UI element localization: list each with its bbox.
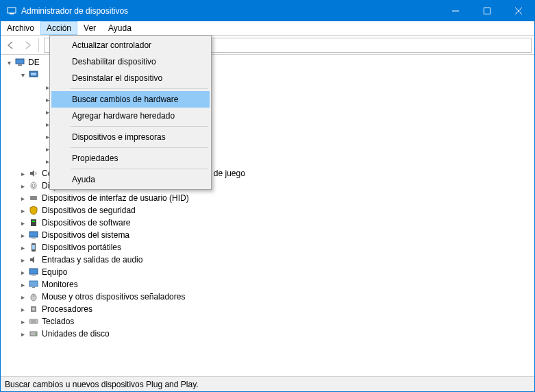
display-adapter-icon	[28, 69, 39, 80]
chevron-right-icon[interactable]: ▸	[17, 316, 28, 327]
chevron-right-icon[interactable]: ▸	[17, 267, 28, 278]
tree-node[interactable]: ▸Dispositivos de software	[17, 217, 534, 229]
tree-label: Procesadores	[42, 304, 92, 314]
dd-agregar-hardware-heredado[interactable]: Agregar hardware heredado	[51, 108, 210, 124]
tree-root-label: DE	[28, 58, 40, 67]
dd-desinstalar-dispositivo[interactable]: Desinstalar el dispositivo	[51, 70, 210, 86]
svg-rect-25	[31, 219, 36, 226]
audio-io-icon	[28, 254, 39, 265]
dropdown-separator	[71, 88, 208, 89]
biometric-icon	[28, 180, 39, 191]
chevron-down-icon[interactable]: ▾	[17, 69, 28, 80]
svg-rect-27	[29, 232, 38, 237]
maximize-button[interactable]	[471, 1, 503, 21]
tree-label: Dispositivos del sistema	[42, 230, 129, 240]
back-button[interactable]	[3, 38, 18, 53]
tree-label: Teclados	[42, 317, 74, 326]
chevron-right-icon[interactable]: ▸	[17, 205, 28, 216]
menu-ayuda[interactable]: Ayuda	[102, 21, 138, 35]
menubar: Archivo Acción Ver Ayuda	[1, 21, 534, 36]
tree-node[interactable]: ▸Equipo	[17, 266, 534, 278]
menu-ver[interactable]: Ver	[77, 21, 102, 35]
dd-actualizar-controlador[interactable]: Actualizar controlador	[51, 37, 210, 53]
chevron-right-icon[interactable]: ▸	[17, 328, 28, 339]
chevron-down-icon[interactable]: ▾	[3, 57, 14, 68]
hid-icon	[28, 193, 39, 204]
svg-rect-24	[30, 196, 37, 200]
status-text: Buscar cambios u nuevos dispositivos Plu…	[5, 380, 199, 389]
tree-label: Entradas y salidas de audio	[42, 255, 142, 265]
svg-rect-0	[8, 8, 16, 13]
tree-label: Unidades de disco	[42, 329, 110, 339]
system-icon	[28, 230, 39, 241]
tree-label: Dispositivos de software	[42, 218, 130, 228]
tree-node[interactable]: ▸Procesadores	[17, 303, 534, 315]
disk-icon	[28, 328, 39, 339]
svg-rect-9	[31, 73, 36, 75]
window-title: Administrador de dispositivos	[21, 6, 440, 16]
minimize-button[interactable]	[440, 1, 471, 21]
chevron-right-icon[interactable]: ▸	[17, 180, 28, 191]
svg-rect-38	[32, 308, 35, 310]
toolbar-separator	[38, 38, 39, 52]
tree-node[interactable]: ▸Entradas y salidas de audio	[17, 254, 534, 266]
software-icon	[28, 217, 39, 228]
svg-rect-7	[18, 64, 22, 66]
dd-ayuda[interactable]: Ayuda	[51, 171, 210, 188]
svg-rect-39	[29, 319, 38, 323]
svg-point-43	[35, 333, 36, 334]
chevron-right-icon[interactable]: ▸	[17, 254, 28, 265]
portable-icon	[28, 242, 39, 253]
mouse-icon	[28, 291, 39, 302]
chevron-right-icon[interactable]: ▸	[17, 242, 28, 253]
tree-label: Dispositivos de interfaz de usuario (HID…	[42, 193, 189, 203]
dropdown-separator	[71, 126, 208, 127]
titlebar: Administrador de dispositivos	[1, 1, 534, 21]
svg-rect-26	[32, 221, 35, 222]
tree-node[interactable]: ▸Dispositivos de seguridad	[17, 204, 534, 217]
chevron-right-icon[interactable]: ▸	[17, 279, 28, 290]
tree-node[interactable]: ▸Dispositivos del sistema	[17, 229, 534, 241]
tree-node[interactable]: ▸Monitores	[17, 278, 534, 291]
chevron-right-icon[interactable]: ▸	[17, 304, 28, 315]
svg-rect-34	[32, 287, 35, 288]
dd-buscar-cambios-hardware[interactable]: Buscar cambios de hardware	[51, 91, 210, 108]
chevron-right-icon[interactable]: ▸	[17, 168, 28, 179]
tree-label: Mouse y otros dispositivos señaladores	[42, 292, 185, 302]
menu-archivo[interactable]: Archivo	[1, 21, 40, 35]
dd-dispositivos-impresoras[interactable]: Dispositivos e impresoras	[51, 129, 210, 145]
svg-rect-1	[10, 13, 14, 14]
monitor-icon	[28, 279, 39, 290]
window-controls	[440, 1, 534, 21]
chevron-right-icon[interactable]: ▸	[17, 193, 28, 204]
app-icon	[6, 5, 17, 16]
accion-dropdown: Actualizar controlador Deshabilitar disp…	[49, 35, 212, 190]
tree-node[interactable]: ▸Unidades de disco	[17, 328, 534, 340]
chevron-right-icon[interactable]: ▸	[17, 291, 28, 302]
keyboard-icon	[28, 316, 39, 327]
tree-node[interactable]: ▸Dispositivos de interfaz de usuario (HI…	[17, 192, 534, 204]
svg-rect-6	[16, 59, 24, 64]
svg-rect-32	[32, 275, 36, 275]
close-button[interactable]	[503, 1, 534, 21]
processor-icon	[28, 304, 39, 315]
menu-accion[interactable]: Acción	[40, 21, 77, 35]
tree-label: Dispositivos portátiles	[42, 243, 121, 252]
dropdown-separator	[71, 147, 208, 148]
tree-label: Dispositivos de seguridad	[42, 206, 136, 215]
svg-rect-3	[484, 8, 490, 14]
svg-point-23	[32, 184, 35, 188]
security-icon	[28, 205, 39, 216]
forward-button[interactable]	[20, 38, 35, 53]
chevron-right-icon[interactable]: ▸	[17, 217, 28, 228]
tree-label: Monitores	[42, 280, 78, 289]
tree-node[interactable]: ▸Teclados	[17, 315, 534, 328]
chevron-right-icon[interactable]: ▸	[17, 230, 28, 241]
computer-icon	[14, 57, 25, 68]
tree-label: Equipo	[42, 267, 67, 277]
tree-node[interactable]: ▸Mouse y otros dispositivos señaladores	[17, 291, 534, 303]
dd-deshabilitar-dispositivo[interactable]: Deshabilitar dispositivo	[51, 53, 210, 70]
computer-icon	[28, 267, 39, 278]
dd-propiedades[interactable]: Propiedades	[51, 150, 210, 167]
tree-node[interactable]: ▸Dispositivos portátiles	[17, 241, 534, 254]
